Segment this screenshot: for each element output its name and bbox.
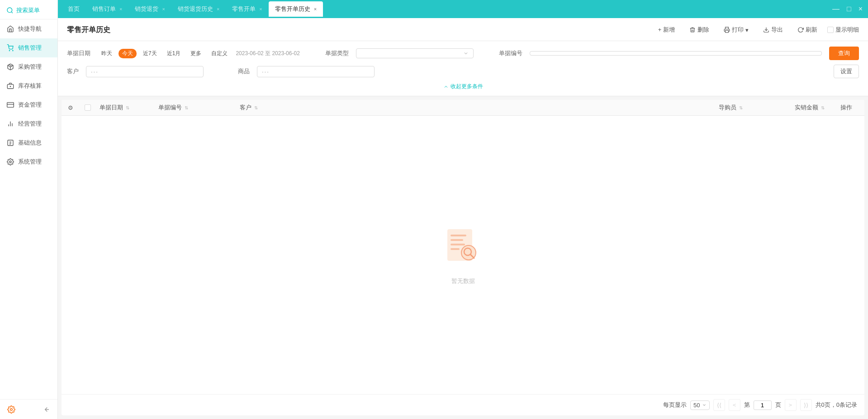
tab-retail-open[interactable]: 零售开单 × — [226, 1, 268, 17]
customer-input[interactable]: ··· — [86, 66, 204, 77]
bill-type-select[interactable] — [356, 48, 474, 58]
home-icon — [6, 25, 14, 33]
package-icon — [6, 63, 14, 71]
chevron-up-icon — [443, 84, 449, 89]
display-detail-toggle[interactable]: 显示明细 — [827, 26, 859, 34]
yesterday-btn[interactable]: 昨天 — [98, 49, 116, 58]
sidebar-item-sales-mgmt[interactable]: 销售管理 — [0, 38, 57, 57]
warehouse-icon — [6, 82, 14, 90]
refresh-button[interactable]: 刷新 — [793, 24, 822, 36]
print-arrow: ▾ — [745, 27, 749, 33]
query-button[interactable]: 查询 — [829, 47, 859, 60]
display-detail-checkbox[interactable] — [827, 27, 834, 33]
date-shortcuts: 昨天 今天 近7天 近1月 更多 自定义 2023-06-02 至 2023-0… — [98, 49, 300, 58]
page-suffix: 页 — [775, 401, 781, 409]
date-range-display: 2023-06-02 至 2023-06-02 — [236, 50, 299, 57]
per-page-select[interactable]: 50 — [690, 400, 709, 410]
tab-sales-return-close[interactable]: × — [162, 6, 165, 12]
query-label: 查询 — [838, 49, 850, 57]
sort-date-icon[interactable]: ⇅ — [126, 105, 129, 110]
add-button[interactable]: + 新增 — [654, 24, 679, 36]
sidebar-item-operations[interactable]: 经营管理 — [0, 114, 57, 133]
sidebar-item-quick-nav[interactable]: 快捷导航 — [0, 19, 57, 38]
sidebar-item-system-mgmt[interactable]: 系统管理 — [0, 152, 57, 171]
settings-label: 设置 — [840, 67, 852, 75]
tab-retail-open-close[interactable]: × — [259, 6, 262, 12]
tab-sales-return-history[interactable]: 销货退货历史 × — [171, 1, 226, 17]
custom-btn[interactable]: 自定义 — [208, 49, 231, 58]
sidebar-item-inventory[interactable]: 库存核算 — [0, 76, 57, 95]
tab-retail-open-label: 零售开单 — [232, 5, 256, 13]
delete-button[interactable]: 删除 — [685, 24, 714, 36]
last7-btn[interactable]: 近7天 — [139, 49, 161, 58]
bill-no-label: 单据编号 — [499, 49, 522, 57]
col-amount-label: 实销金额 — [795, 104, 818, 111]
col-customer-label: 客户 — [240, 104, 251, 111]
gear-icon[interactable] — [7, 405, 15, 414]
tab-sales-order-close[interactable]: × — [119, 6, 122, 12]
last-month-btn[interactable]: 近1月 — [163, 49, 185, 58]
refresh-label: 刷新 — [806, 26, 817, 34]
sidebar-search[interactable]: 搜索菜单 — [0, 0, 57, 19]
refresh-icon — [797, 27, 804, 33]
sort-guide-icon[interactable]: ⇅ — [739, 105, 743, 110]
collapse-label: 收起更多条件 — [451, 83, 483, 90]
sidebar-item-basic-info[interactable]: 基础信息 — [0, 133, 57, 152]
last-page-btn[interactable]: ⟩⟩ — [800, 399, 812, 411]
chevron-down-icon — [463, 51, 469, 56]
col-settings[interactable]: ⚙ — [62, 104, 80, 111]
search-icon — [6, 7, 14, 14]
toolbar: + 新增 删除 打印 ▾ 导出 — [654, 24, 859, 36]
tab-home-label: 首页 — [68, 5, 80, 13]
page-input[interactable] — [754, 400, 772, 410]
tab-sales-return[interactable]: 销货退货 × — [128, 1, 171, 17]
minimize-btn[interactable]: — — [830, 3, 841, 15]
tab-retail-history[interactable]: 零售开单历史 × — [269, 1, 323, 17]
page-summary: 共0页，0条记录 — [816, 401, 857, 409]
page-title: 零售开单历史 — [67, 25, 110, 35]
sort-customer-icon[interactable]: ⇅ — [254, 105, 258, 110]
collapse-icon[interactable] — [42, 405, 50, 414]
money-icon — [6, 101, 14, 109]
window-controls: — □ × — [830, 3, 864, 15]
select-all-checkbox[interactable] — [85, 104, 91, 111]
sort-amount-icon[interactable]: ⇅ — [821, 105, 825, 110]
export-button[interactable]: 导出 — [759, 24, 787, 36]
goods-input[interactable]: ··· — [257, 66, 375, 77]
today-btn[interactable]: 今天 — [119, 49, 137, 58]
empty-state: 暂无数据 — [62, 116, 864, 394]
tab-sales-order[interactable]: 销售订单 × — [86, 1, 128, 17]
first-page-btn[interactable]: ⟨⟨ — [713, 399, 725, 411]
page-title-row: 零售开单历史 + 新增 删除 打印 ▾ — [67, 24, 859, 36]
next-page-btn[interactable]: ＞ — [785, 399, 797, 411]
bill-no-input[interactable] — [530, 51, 822, 56]
settings-button[interactable]: 设置 — [834, 65, 859, 78]
collapse-btn[interactable]: 收起更多条件 — [443, 83, 483, 90]
filter-row-2: 客户 ··· 商品 ··· 设置 — [67, 65, 859, 78]
tab-home[interactable]: 首页 — [62, 1, 86, 17]
maximize-btn[interactable]: □ — [845, 3, 853, 15]
sidebar-nav: 快捷导航 销售管理 采购管理 库存核算 资金管理 — [0, 19, 57, 399]
sidebar-item-purchase-mgmt[interactable]: 采购管理 — [0, 57, 57, 76]
settings-icon — [6, 158, 14, 166]
tab-retail-history-close[interactable]: × — [314, 6, 317, 12]
col-customer-header: 客户 ⇅ — [236, 104, 715, 112]
empty-icon — [441, 225, 486, 270]
svg-rect-27 — [451, 248, 460, 250]
customer-label: 客户 — [67, 67, 79, 75]
more-btn[interactable]: 更多 — [187, 49, 205, 58]
prev-page-btn[interactable]: ＜ — [729, 399, 740, 411]
print-label: 打印 — [732, 26, 744, 34]
sidebar-item-finance-mgmt[interactable]: 资金管理 — [0, 95, 57, 114]
chart-icon — [6, 120, 14, 128]
column-settings-icon[interactable]: ⚙ — [68, 104, 73, 111]
sidebar-item-label: 库存核算 — [18, 82, 42, 90]
sort-bill-no-icon[interactable]: ⇅ — [185, 105, 188, 110]
print-icon — [724, 27, 730, 33]
print-button[interactable]: 打印 ▾ — [719, 24, 753, 36]
col-actions-label: 操作 — [840, 104, 852, 111]
tab-sales-return-history-close[interactable]: × — [217, 6, 219, 12]
col-checkbox-header[interactable] — [80, 104, 96, 111]
close-btn[interactable]: × — [857, 3, 864, 15]
per-page-label: 每页显示 — [663, 401, 687, 409]
